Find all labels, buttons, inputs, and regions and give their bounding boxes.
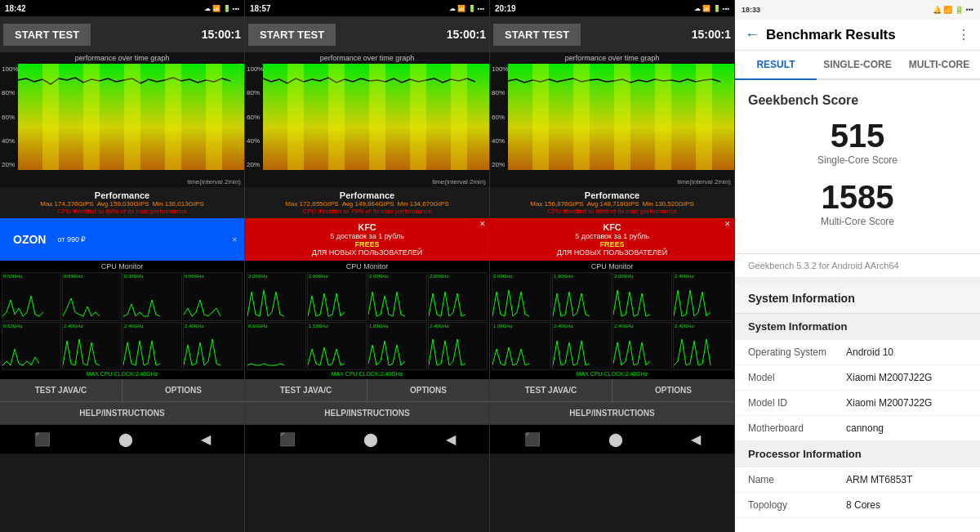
avg-stat-2: Avg 149,864GIPS: [342, 200, 394, 208]
max-stat-2: Max 172,655GIPS: [285, 200, 338, 208]
back-button[interactable]: ←: [745, 26, 760, 43]
graph-label-1: performance over time graph: [0, 52, 244, 64]
cpu-monitor-2: CPU Monitor 2.00GHz 2.00GHz 2.00GHz: [245, 261, 489, 379]
nav-back-3[interactable]: ◀: [691, 431, 701, 447]
graph-canvas-3: 100% 80% 60% 40% 20%: [490, 64, 734, 178]
nav-home-3[interactable]: ⬤: [608, 431, 623, 447]
svg-rect-16: [655, 64, 671, 170]
nav-back-2[interactable]: ◀: [446, 431, 456, 447]
graph-label-3: performance over time graph: [490, 52, 734, 64]
y-labels-1: 100% 80% 60% 40% 20%: [2, 64, 18, 170]
throttle-text-1: CPU throttled to 83% of its max performa…: [3, 208, 241, 215]
test-java-btn-2[interactable]: TEST JAVA/C: [245, 379, 368, 401]
section-processor-info: Processor Information: [735, 441, 980, 467]
cpu-cell-1-8: 2.40GHz: [183, 322, 243, 371]
cpu-cell-2-7: 1.83GHz: [368, 322, 427, 371]
perf-stats-3: Max 156,876GIPS Avg 148,718GIPS Min 130,…: [493, 200, 731, 208]
cpu-cell-2-5: 0.10GHz: [247, 322, 306, 371]
cpu-monitor-title-1: CPU Monitor: [0, 261, 244, 272]
svg-rect-8: [328, 64, 345, 170]
benchmark-panel: 18:33 🔔 📶 🔋 ••• ← Benchmark Results ⋮ RE…: [735, 0, 980, 532]
cpu-grid-1: 0.50GHz 0.83GHz 0.30GHz: [2, 272, 243, 370]
perf-title-1: Performance: [3, 190, 241, 200]
score-section: Geekbench Score 515 Single-Core Score 15…: [735, 80, 980, 254]
ad-banner-2[interactable]: KFC 5 доставок за 1 рубль FREES ДЛЯ НОВЫ…: [245, 218, 489, 261]
ad-banner-3[interactable]: KFC 5 доставок за 1 рубль FREES ДЛЯ НОВЫ…: [490, 218, 734, 261]
graph-label-2: performance over time graph: [245, 52, 489, 64]
bottom-buttons-2: TEST JAVA/C OPTIONS: [245, 379, 489, 401]
single-score-label: Single-Core Score: [748, 154, 967, 166]
graph-canvas-2: 100% 80% 60% 40% 20%: [245, 64, 489, 178]
svg-rect-14: [573, 64, 590, 170]
y-labels-2: 100% 80% 60% 40% 20%: [247, 64, 263, 170]
info-table: System Information Operating System Andr…: [735, 314, 980, 518]
time-label-3: time(interval 2min): [490, 178, 734, 186]
status-icons-3: ☁ 📶 🔋 •••: [694, 5, 729, 12]
multi-score-value: 1585: [748, 179, 967, 216]
ad-banner-1[interactable]: OZON от 990 ₽ ✕: [0, 218, 244, 261]
nav-stop-2[interactable]: ⬛: [279, 431, 296, 447]
info-os: Operating System Android 10: [735, 340, 980, 365]
cpu-cell-2-8: 2.40GHz: [428, 322, 488, 371]
action-bar-2: START TEST 15:00:1: [245, 16, 489, 52]
nav-home-2[interactable]: ⬤: [363, 431, 378, 447]
options-btn-3[interactable]: OPTIONS: [612, 379, 734, 401]
nav-bar-2: ⬛ ⬤ ◀: [245, 424, 489, 454]
graph-area-3: performance over time graph 100% 80% 60%…: [490, 52, 734, 187]
start-test-btn-1[interactable]: START TEST: [3, 24, 91, 46]
help-btn-1[interactable]: HELP/INSTRUCTIONS: [0, 401, 244, 424]
perf-title-3: Performance: [493, 190, 731, 200]
bench-tabs: RESULT SINGLE-CORE MULTI-CORE: [735, 51, 980, 80]
nav-home-1[interactable]: ⬤: [118, 431, 133, 447]
time-label-2: time(interval 2min): [245, 178, 489, 186]
start-test-btn-3[interactable]: START TEST: [493, 24, 581, 46]
throttle-text-2: CPU throttled to 79% of its max performa…: [248, 208, 486, 215]
status-time-1: 18:42: [5, 4, 26, 13]
svg-rect-11: [451, 64, 467, 170]
info-model: Model Xiaomi M2007J22G: [735, 365, 980, 391]
tab-result[interactable]: RESULT: [735, 51, 817, 80]
options-btn-2[interactable]: OPTIONS: [368, 379, 489, 401]
tab-multi-core[interactable]: MULTI-CORE: [898, 51, 980, 80]
status-bar-2: 18:57 ☁ 📶 🔋 •••: [245, 0, 489, 16]
help-btn-2[interactable]: HELP/INSTRUCTIONS: [245, 401, 489, 424]
min-stat-3: Min 130,520GIPS: [643, 200, 694, 208]
perf-section-1: Performance Max 174,376GIPS Avg 159,030G…: [0, 187, 244, 218]
nav-bar-1: ⬛ ⬤ ◀: [0, 424, 244, 454]
cpu-cell-2-1: 2.00GHz: [247, 272, 306, 321]
cpu-max-2: MAX CPU CLOCK:2.40GHz: [245, 370, 489, 378]
test-java-btn-3[interactable]: TEST JAVA/C: [490, 379, 612, 401]
cpu-cell-3-6: 2.40GHz: [552, 322, 612, 371]
cpu-cell-1-6: 2.40GHz: [62, 322, 122, 371]
cpu-monitor-1: CPU Monitor 0.50GHz 0.83GHz 0.30GHz: [0, 261, 244, 379]
status-time-3: 20:19: [495, 4, 516, 13]
phone-panel-1: 18:42 ☁ 📶 🔋 ••• START TEST 15:00:1 perfo…: [0, 0, 245, 532]
timer-2: 15:00:1: [447, 28, 486, 41]
cpu-monitor-title-3: CPU Monitor: [490, 261, 734, 272]
options-btn-1[interactable]: OPTIONS: [122, 379, 244, 401]
nav-stop-1[interactable]: ⬛: [34, 431, 51, 447]
menu-button[interactable]: ⋮: [957, 27, 970, 42]
svg-rect-7: [287, 64, 304, 170]
min-stat-2: Min 134,670GIPS: [398, 200, 449, 208]
test-java-btn-1[interactable]: TEST JAVA/C: [0, 379, 122, 401]
tab-single-core[interactable]: SINGLE-CORE: [817, 51, 898, 80]
status-time-2: 18:57: [250, 4, 271, 13]
geekbench-version: Geekbench 5.3.2 for Android AArch64: [735, 254, 980, 284]
nav-stop-3[interactable]: ⬛: [524, 431, 541, 447]
svg-rect-15: [614, 64, 630, 170]
nav-back-1[interactable]: ◀: [201, 431, 211, 447]
svg-rect-2: [83, 64, 100, 170]
graph-area-2: performance over time graph 100% 80% 60%…: [245, 52, 489, 187]
help-btn-3[interactable]: HELP/INSTRUCTIONS: [490, 401, 734, 424]
start-test-btn-2[interactable]: START TEST: [248, 24, 336, 46]
perf-stats-2: Max 172,655GIPS Avg 149,864GIPS Min 134,…: [248, 200, 486, 208]
svg-rect-5: [206, 64, 222, 170]
bench-status-time: 18:33: [742, 6, 760, 14]
timer-3: 15:00:1: [692, 28, 731, 41]
perf-section-2: Performance Max 172,655GIPS Avg 149,864G…: [245, 187, 489, 218]
status-bar-3: 20:19 ☁ 📶 🔋 •••: [490, 0, 734, 16]
info-topology: Topology 8 Cores: [735, 493, 980, 518]
action-bar-3: START TEST 15:00:1: [490, 16, 734, 52]
svg-rect-10: [410, 64, 426, 170]
